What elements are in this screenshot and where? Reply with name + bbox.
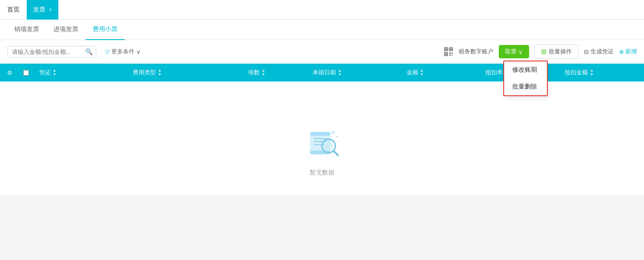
svg-rect-8: [452, 53, 452, 54]
gen-voucher-icon: ⊟: [584, 49, 589, 55]
th-checkbox[interactable]: [20, 70, 36, 76]
search-input[interactable]: [7, 46, 96, 58]
take-ticket-label: 取票: [505, 48, 517, 56]
empty-illustration: [300, 117, 344, 162]
qr-code-icon[interactable]: [444, 47, 453, 57]
search-wrap: 🔍: [7, 46, 96, 58]
batch-op-label: 批量操作: [549, 48, 572, 56]
tab-sales-invoice[interactable]: 销项发票: [7, 20, 46, 40]
voucher-sort-icon: ▲▼: [53, 69, 57, 77]
th-voucher[interactable]: 凭证 ▲▼: [36, 69, 129, 77]
filter-icon: ▽: [105, 49, 110, 55]
sub-tabs-bar: 销项发票 进项发票 费用小票: [0, 20, 644, 40]
add-icon: ⊕: [619, 49, 624, 55]
th-expense-type[interactable]: 费用类型 ▲▼: [129, 69, 245, 77]
svg-line-19: [333, 150, 338, 155]
th-settings[interactable]: ⚙: [4, 69, 20, 76]
empty-text: 暂无数据: [310, 169, 334, 177]
invoice-tab-label: 发票: [33, 6, 45, 14]
amount-sort-icon: ▲▼: [420, 69, 424, 77]
search-icon[interactable]: 🔍: [85, 48, 93, 55]
modify-period-item[interactable]: 修改账期: [504, 61, 547, 78]
th-deduct-rate-label: 抵扣率: [485, 69, 503, 77]
date-sort-icon: ▲▼: [338, 69, 342, 77]
th-deduct-amount-label: 抵扣金额: [565, 69, 588, 77]
batch-icon: ⊞: [541, 48, 547, 56]
header-checkbox[interactable]: [23, 70, 29, 76]
th-deduct-amount[interactable]: 抵扣金额 ▲▼: [561, 69, 640, 77]
top-nav: 首页 发票 ×: [0, 0, 644, 20]
filter-button[interactable]: ▽ 更多条件 ∨: [102, 45, 144, 58]
deduct-amount-sort-icon: ▲▼: [590, 69, 594, 77]
svg-rect-5: [445, 53, 447, 55]
toolbar-right: 税务数字账户 取票 ∨ ⊞ 批量操作 ⊟ 生成凭证 ⊕ 新增: [444, 45, 637, 59]
invoice-tab[interactable]: 发票 ×: [27, 0, 58, 20]
add-label: 新增: [625, 48, 637, 56]
th-voucher-label: 凭证: [39, 69, 51, 77]
th-amount[interactable]: 金额 ▲▼: [403, 69, 482, 77]
th-amount-label: 金额: [407, 69, 418, 77]
batch-dropdown-menu: 修改账期 批量删除: [503, 61, 548, 96]
th-expense-type-label: 费用类型: [133, 69, 156, 77]
invoice-tab-close[interactable]: ×: [49, 7, 52, 13]
th-count-label: 张数: [248, 69, 260, 77]
svg-point-18: [324, 142, 333, 150]
gen-voucher-button[interactable]: ⊟ 生成凭证: [584, 48, 614, 56]
svg-rect-1: [445, 49, 447, 50]
th-count[interactable]: 张数 ▲▼: [245, 69, 309, 77]
th-date[interactable]: 单据日期 ▲▼: [309, 69, 403, 77]
settings-icon: ⚙: [7, 69, 12, 76]
home-link[interactable]: 首页: [7, 6, 27, 14]
expense-type-sort-icon: ▲▼: [158, 69, 162, 77]
gen-voucher-label: 生成凭证: [591, 48, 614, 56]
content-area: 销项发票 进项发票 费用小票 🔍 ▽ 更多条件 ∨: [0, 20, 644, 195]
svg-rect-6: [449, 53, 451, 54]
tab-input-invoice[interactable]: 进项发票: [46, 20, 86, 40]
toolbar: 🔍 ▽ 更多条件 ∨: [0, 40, 644, 64]
filter-label: 更多条件: [111, 48, 135, 56]
take-ticket-button[interactable]: 取票 ∨: [499, 45, 529, 58]
th-date-label: 单据日期: [313, 69, 336, 77]
filter-arrow: ∨: [136, 49, 141, 55]
empty-state: 暂无数据: [0, 81, 644, 195]
count-sort-icon: ▲▼: [261, 69, 265, 77]
svg-rect-9: [452, 55, 452, 56]
svg-rect-3: [450, 49, 452, 50]
take-ticket-arrow: ∨: [518, 49, 523, 55]
batch-delete-item[interactable]: 批量删除: [504, 78, 547, 95]
svg-rect-12: [310, 132, 330, 135]
tab-expense-ticket[interactable]: 费用小票: [86, 20, 125, 40]
svg-rect-7: [449, 55, 451, 56]
tax-digital-button[interactable]: 税务数字账户: [459, 48, 493, 56]
batch-operation-button[interactable]: ⊞ 批量操作: [534, 45, 579, 59]
add-button[interactable]: ⊕ 新增: [619, 48, 637, 56]
